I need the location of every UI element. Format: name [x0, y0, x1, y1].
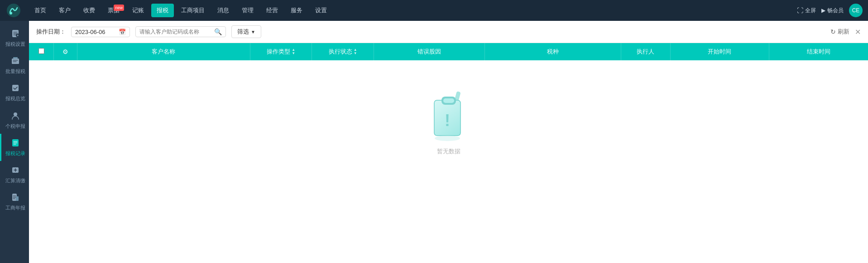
sidebar-item-tax-record[interactable]: 报税记录	[0, 134, 29, 161]
sidebar-item-batch-tax[interactable]: 批量报税	[0, 52, 29, 79]
nav-item-home[interactable]: 首页	[29, 4, 52, 17]
new-badge: new	[114, 5, 124, 11]
select-all-checkbox[interactable]	[38, 48, 44, 54]
filter-label-text: 筛选	[237, 28, 249, 36]
fullscreen-button[interactable]: ⛶ 全屏	[797, 7, 816, 15]
avatar[interactable]: CE	[849, 4, 863, 17]
exec-status-sort-icon[interactable]: ▲▼	[354, 48, 357, 55]
empty-text: 暂无数据	[437, 147, 460, 156]
op-type-sort-icon[interactable]: ▲▼	[292, 48, 295, 55]
svg-rect-11	[16, 196, 19, 201]
tax-settings-icon	[11, 29, 20, 39]
data-table: ⚙ 客户名称 操作类型 ▲▼ 执行状态 ▲▼	[29, 43, 868, 174]
sidebar-item-settlement-label: 汇算清缴	[5, 178, 25, 184]
main-layout: 报税设置 批量报税 报税总览	[0, 21, 868, 263]
sidebar-item-tax-summary[interactable]: 报税总览	[0, 79, 29, 106]
sidebar-item-tax-settings[interactable]: 报税设置	[0, 24, 29, 52]
th-exec-status[interactable]: 执行状态 ▲▼	[312, 43, 374, 60]
nav-item-service[interactable]: 服务	[285, 4, 308, 17]
th-start-time: 开始时间	[670, 43, 769, 60]
nav-item-client[interactable]: 客户	[53, 4, 76, 17]
member-button[interactable]: ▶ 畅会员	[821, 7, 844, 15]
annual-report-icon	[11, 193, 20, 203]
member-label: 畅会员	[827, 7, 844, 15]
nav-item-manage[interactable]: 管理	[236, 4, 259, 17]
settings-icon[interactable]: ⚙	[62, 48, 68, 55]
nav-item-fee[interactable]: 收费	[78, 4, 101, 17]
date-label: 操作日期：	[36, 28, 66, 36]
sidebar-item-personal-tax[interactable]: 个税申报	[0, 107, 29, 134]
th-client-name: 客户名称	[77, 43, 250, 60]
nav-item-message[interactable]: 消息	[212, 4, 235, 17]
tax-summary-icon	[11, 83, 20, 94]
refresh-button[interactable]: ↻ 刷新	[830, 28, 849, 36]
th-error-reason: 错误股因	[374, 43, 485, 60]
svg-point-7	[14, 112, 17, 116]
date-input[interactable]	[75, 29, 116, 35]
nav-item-account[interactable]: 记账	[127, 4, 149, 17]
th-settings[interactable]: ⚙	[54, 43, 77, 60]
fullscreen-label: 全屏	[805, 7, 816, 15]
empty-illustration: !	[426, 88, 471, 142]
sidebar-item-annual-report[interactable]: 工商年报	[0, 188, 29, 215]
th-op-type[interactable]: 操作类型 ▲▼	[250, 43, 312, 60]
table-body: ! 暂	[29, 60, 868, 174]
th-op-type-label: 操作类型	[267, 48, 290, 56]
filter-bar: 操作日期： 📅 🔍 筛选 ▼ ↻ 刷新 ✕	[29, 21, 868, 43]
sidebar: 报税设置 批量报税 报税总览	[0, 21, 29, 263]
empty-state: ! 暂	[29, 60, 868, 174]
tax-record-icon	[11, 138, 20, 149]
sidebar-item-personal-tax-label: 个税申报	[5, 123, 25, 129]
sidebar-item-tax-summary-label: 报税总览	[5, 96, 25, 102]
th-exec-status-label: 执行状态	[329, 48, 352, 56]
batch-tax-icon	[11, 56, 20, 67]
close-button[interactable]: ✕	[855, 28, 861, 36]
svg-point-18	[435, 136, 460, 141]
content-area: 操作日期： 📅 🔍 筛选 ▼ ↻ 刷新 ✕	[29, 21, 868, 263]
svg-rect-4	[12, 58, 19, 64]
svg-point-1	[10, 12, 12, 15]
nav-right: ⛶ 全屏 ▶ 畅会员 CE	[797, 4, 863, 17]
nav-item-finance[interactable]: 经营	[261, 4, 283, 17]
search-icon[interactable]: 🔍	[214, 28, 222, 35]
avatar-text: CE	[852, 7, 860, 14]
nav-item-tax[interactable]: 报税	[151, 4, 174, 17]
nav-item-business[interactable]: 工商项目	[176, 4, 210, 17]
member-icon: ▶	[821, 7, 825, 14]
table-header: ⚙ 客户名称 操作类型 ▲▼ 执行状态 ▲▼	[29, 43, 868, 60]
search-input[interactable]	[139, 29, 212, 35]
filter-button[interactable]: 筛选 ▼	[231, 25, 261, 38]
svg-rect-6	[12, 85, 19, 91]
svg-rect-16	[443, 98, 454, 103]
sidebar-item-tax-record-label: 报税记录	[5, 151, 25, 156]
sidebar-item-batch-tax-label: 批量报税	[5, 68, 25, 74]
refresh-label: 刷新	[838, 28, 849, 36]
nav-item-settings[interactable]: 设置	[310, 4, 332, 17]
close-icon: ✕	[855, 28, 861, 36]
table-wrapper: ⚙ 客户名称 操作类型 ▲▼ 执行状态 ▲▼	[29, 43, 868, 263]
personal-tax-icon	[11, 111, 20, 122]
sidebar-item-settlement[interactable]: 汇算清缴	[0, 161, 29, 188]
nav-item-invoice[interactable]: 票据new	[102, 4, 125, 17]
sidebar-item-tax-settings-label: 报税设置	[5, 41, 25, 47]
refresh-icon: ↻	[830, 28, 836, 35]
chevron-down-icon: ▼	[251, 29, 255, 34]
nav-items: 首页 客户 收费 票据new 记账 报税 工商项目 消息 管理 经营 服务 设置	[29, 4, 797, 17]
th-executor: 执行人	[621, 43, 670, 60]
sidebar-item-annual-report-label: 工商年报	[5, 205, 25, 211]
top-navigation: 首页 客户 收费 票据new 记账 报税 工商项目 消息 管理 经营 服务 设置…	[0, 0, 868, 21]
th-checkbox	[29, 43, 54, 60]
calendar-icon: 📅	[119, 29, 126, 35]
svg-text:!: !	[445, 111, 450, 130]
date-input-wrapper[interactable]: 📅	[71, 27, 130, 37]
logo[interactable]	[5, 2, 22, 19]
th-tax-type: 税种	[485, 43, 621, 60]
settlement-icon	[11, 166, 20, 176]
fullscreen-icon: ⛶	[797, 7, 803, 14]
th-end-time: 结束时间	[769, 43, 868, 60]
svg-rect-5	[13, 57, 18, 58]
search-wrapper[interactable]: 🔍	[135, 26, 226, 37]
